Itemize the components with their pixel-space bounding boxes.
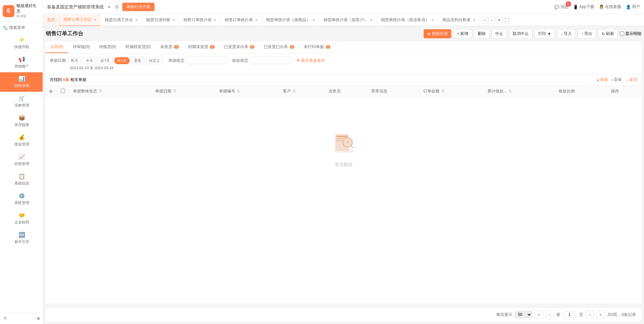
- smart-generate-button[interactable]: ★ 智能生单: [424, 29, 451, 38]
- date-btn-1month[interactable]: 近1月: [114, 57, 130, 64]
- tab-sales-sum-product-close[interactable]: ✕: [312, 18, 315, 22]
- tab-sales-workbench[interactable]: 销售订单工作台 ✕: [59, 14, 101, 26]
- first-page-btn[interactable]: «: [535, 311, 543, 319]
- tab-sales-exec[interactable]: 销售订单执行表 ✕: [221, 14, 262, 26]
- sort-icon-date[interactable]: ⇅: [173, 89, 176, 93]
- sidebar-item-purchase[interactable]: 🛒 采购管理: [0, 92, 43, 111]
- stop-button[interactable]: 中止: [491, 29, 507, 39]
- refresh-button[interactable]: ↻ 刷新: [598, 29, 618, 39]
- show-detail-label[interactable]: 显示明细: [620, 31, 641, 37]
- app-icon: 📱: [573, 5, 578, 9]
- not-shipped-badge: 0: [174, 45, 179, 49]
- sidebar-item-system[interactable]: ⚙️ 系统管理: [0, 189, 43, 209]
- sidebar-item-corp[interactable]: 🤝 企业协同: [0, 209, 43, 228]
- delete-button[interactable]: 删除: [474, 29, 489, 39]
- trial-button[interactable]: 体验行业方案: [122, 3, 155, 11]
- horizontal-scrollbar[interactable]: [46, 303, 641, 308]
- sort-icon-collected[interactable]: ⇅: [509, 89, 512, 93]
- sidebar-item-quick[interactable]: ⚡ 快捷导航: [0, 33, 43, 53]
- expand-filter-btn[interactable]: ▼ 展开更多条件: [296, 58, 325, 64]
- tab-fullscreen-btn[interactable]: ⛶: [503, 17, 510, 24]
- sort-icon-status[interactable]: ⇅: [99, 89, 102, 93]
- tab-sales-sum-product[interactable]: 销货单统计表（按商品） ✕: [262, 14, 319, 26]
- user-item[interactable]: 👤 用户: [626, 4, 640, 10]
- logo-text-area: 畅捷通好生意 标准版: [16, 3, 40, 18]
- tab-sales-workbench-close[interactable]: ✕: [94, 18, 96, 22]
- ship-btn[interactable]: → 发货: [625, 77, 637, 83]
- tab-sales-sum-staff[interactable]: 销货单统计表（按业务员） ✕: [377, 14, 438, 26]
- sidebar-item-basic[interactable]: 📋 基础信息: [0, 170, 43, 189]
- status-select[interactable]: [186, 57, 227, 64]
- payment-select[interactable]: [250, 57, 291, 64]
- tab-close-all-btn[interactable]: ✕: [496, 17, 503, 24]
- sub-tab-shipped-out[interactable]: 已发货已出库 0: [259, 41, 299, 53]
- prev-page-btn[interactable]: ‹: [546, 311, 554, 319]
- th-settings[interactable]: ⚙: [46, 86, 56, 97]
- show-detail-checkbox[interactable]: [620, 32, 624, 36]
- app-download-item[interactable]: 📱 App下载: [573, 4, 594, 10]
- sort-icon-number[interactable]: ⇅: [237, 89, 240, 93]
- cancel-stop-button[interactable]: 取消中止: [509, 29, 532, 39]
- table-header-row: ⚙ 单据整体状态 ⇅ 单据日期 ⇅ 单据编号 ⇅: [46, 86, 641, 97]
- date-btn-7days[interactable]: 近7天: [97, 57, 113, 64]
- tab-sales-exec-close[interactable]: ✕: [255, 18, 258, 22]
- sidebar-item-inventory[interactable]: 📦 库存核算: [0, 111, 43, 131]
- sub-tab-not-shipped[interactable]: 未发货 0: [156, 41, 183, 53]
- tab-gross-margin-close[interactable]: ✕: [473, 18, 475, 22]
- collapse-button[interactable]: ◀: [36, 316, 39, 321]
- sub-tab-shipped-not-out[interactable]: 已发货未出库 0: [219, 41, 259, 53]
- cancel-audit-btn[interactable]: ○ 弃审: [611, 77, 622, 83]
- tab-cash-account-close[interactable]: ✕: [172, 18, 175, 22]
- tab-home[interactable]: 首页: [43, 14, 59, 26]
- add-button[interactable]: + 新增: [453, 29, 472, 39]
- page-input[interactable]: [563, 311, 576, 318]
- sidebar-item-sales[interactable]: 📊 销售管理: [0, 72, 43, 92]
- sort-icon-amount[interactable]: ⇅: [441, 89, 445, 93]
- expand-down-icon: ▼: [296, 58, 300, 63]
- sidebar-search[interactable]: 🔍 搜索菜单: [0, 22, 43, 33]
- sidebar-item-finance[interactable]: 💰 资金管理: [0, 131, 43, 150]
- settings-button[interactable]: ⚙: [3, 316, 7, 321]
- audit-btn[interactable]: ● 审核: [597, 77, 608, 83]
- header-icons: 💬 6 消息 📱 App下载 👩‍💼 在线客服 👤 用户: [554, 4, 640, 10]
- sub-tab-overdue[interactable]: 到期未发货 0: [183, 41, 219, 53]
- page-size-select[interactable]: 50 10 20 100: [515, 311, 532, 318]
- header-dropdown-icon[interactable]: ▼: [107, 5, 111, 9]
- last-page-btn[interactable]: »: [597, 311, 605, 319]
- sidebar-item-guide[interactable]: 🆕 新手引导: [0, 228, 43, 248]
- next-page-btn[interactable]: ›: [586, 311, 594, 319]
- tab-next-btn[interactable]: ›: [488, 17, 495, 24]
- tab-sales-stats-close[interactable]: ✕: [214, 18, 216, 22]
- tab-cash-daily-close[interactable]: ✕: [135, 18, 138, 22]
- tab-cash-daily[interactable]: 钱货日清工作台 ✕: [101, 14, 142, 26]
- date-btn-more[interactable]: 更多: [131, 57, 144, 64]
- sidebar-item-marketing[interactable]: 📢 营销推广: [0, 53, 43, 72]
- select-all-checkbox[interactable]: [61, 89, 65, 93]
- date-btn-custom[interactable]: 自定义: [146, 57, 163, 64]
- tab-cash-account[interactable]: 钱货日清对账 ✕: [142, 14, 179, 26]
- th-checkbox[interactable]: [56, 86, 70, 97]
- sub-tab-wangpu[interactable]: 旺铺待发货(0): [121, 41, 156, 53]
- th-staff-label: 业务员: [329, 89, 341, 93]
- sub-tab-pending-inspect[interactable]: 待拣货(0): [94, 41, 121, 53]
- tab-prev-btn[interactable]: ‹: [481, 17, 488, 24]
- message-icon-item[interactable]: 💬 6 消息: [554, 4, 568, 10]
- tab-gross-margin[interactable]: 商品毛利分析表 ✕: [438, 14, 480, 26]
- sort-icon-customer[interactable]: ⇅: [293, 89, 296, 93]
- sidebar-item-operation[interactable]: 📈 经营管理: [0, 150, 43, 170]
- export-button[interactable]: ↑ 导出: [577, 29, 596, 39]
- settings-icon[interactable]: ⚙: [115, 4, 119, 10]
- tab-sales-stats[interactable]: 销售订单统计表 ✕: [179, 14, 221, 26]
- tab-sales-sum-staff-close[interactable]: ✕: [431, 18, 434, 22]
- sub-tab-not-printed[interactable]: 未打印单据 0: [299, 41, 335, 53]
- result-count: 0条: [63, 77, 69, 82]
- sub-tab-pending-audit[interactable]: 待审核(0): [68, 41, 95, 53]
- service-item[interactable]: 👩‍💼 在线客服: [599, 4, 621, 10]
- tab-sales-sum-customer[interactable]: 销货单统计表（按客户） ✕: [319, 14, 377, 26]
- import-button[interactable]: ↓ 导入: [557, 29, 575, 39]
- date-btn-yesterday[interactable]: 昨天: [68, 57, 81, 64]
- date-btn-today[interactable]: 今天: [83, 57, 96, 64]
- sub-tab-all[interactable]: 全部(0): [46, 41, 68, 53]
- tab-sales-sum-customer-close[interactable]: ✕: [370, 18, 373, 22]
- print-button[interactable]: 打印 ▼: [534, 29, 555, 39]
